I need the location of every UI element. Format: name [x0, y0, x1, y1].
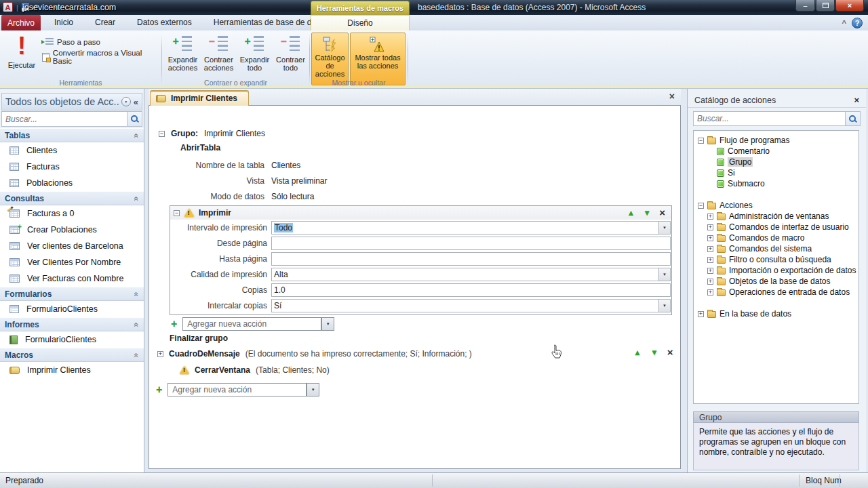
hasta-pagina-input[interactable] [271, 252, 671, 266]
tab-inicio[interactable]: Inicio [43, 15, 84, 30]
tree-item-comentario[interactable]: Comentario [696, 146, 856, 157]
nav-item-ver-clientes-por-nombre[interactable]: Ver Clientes Por Nombre [0, 254, 144, 270]
nav-item-informe-formulario-clientes[interactable]: FormularioClientes [0, 331, 144, 348]
nav-section-formularios[interactable]: Formularios « [0, 287, 144, 301]
access-app-icon[interactable]: A [3, 2, 13, 12]
calidad-impresion-combo[interactable]: Alta ▼ [271, 268, 671, 281]
catalogo-acciones-toggle-active[interactable]: Catálogo de acciones [311, 33, 349, 85]
move-up-icon[interactable]: ▲ [633, 348, 642, 357]
abrirtabla-action-title[interactable]: AbrirTabla [180, 143, 220, 152]
tree-item-grupo-selected[interactable]: Grupo [696, 157, 856, 167]
contraer-todo-button[interactable]: − Contraer todo [273, 33, 308, 85]
document-tab-imprimir-clientes[interactable]: Imprimir Clientes [150, 90, 249, 106]
dropdown-icon[interactable]: ▼ [321, 317, 334, 331]
contraer-acciones-button[interactable]: − Contraer acciones [201, 33, 236, 85]
expand-node-icon[interactable] [707, 235, 713, 241]
tree-node-comandos-interfaz[interactable]: Comandos de interfaz de usuario [696, 222, 856, 232]
collapse-action-icon[interactable] [174, 210, 180, 216]
catalog-search-button[interactable] [846, 111, 861, 126]
tab-diseno-active[interactable]: Diseño [311, 15, 410, 30]
convertir-macros-button[interactable]: Convertir macros a Visual Basic [42, 51, 161, 63]
delete-action-icon[interactable]: × [667, 348, 673, 357]
nav-search-input[interactable] [1, 111, 127, 127]
section-collapse-icon[interactable]: « [132, 352, 142, 357]
dropdown-icon[interactable]: ▼ [658, 222, 670, 234]
expand-node-icon[interactable] [698, 311, 704, 317]
delete-action-icon[interactable]: × [659, 208, 665, 218]
nav-item-facturas[interactable]: Facturas [0, 159, 144, 175]
group-header-row[interactable]: Grupo: Imprimir Clientes [159, 129, 265, 138]
expand-node-icon[interactable] [707, 268, 713, 274]
add-new-action-combo[interactable]: Agregar nueva acción ▼ [182, 317, 321, 331]
cerrarventana-action-row[interactable]: CerrarVentana (Tabla; Clientes; No) [180, 365, 330, 375]
catalog-close-icon[interactable]: × [854, 96, 859, 105]
tree-node-flujo[interactable]: Flujo de programas [696, 135, 856, 146]
nav-item-imprimir-clientes-macro[interactable]: Imprimir Clientes [0, 362, 144, 378]
tree-node-en-base-datos[interactable]: En la base de datos [696, 308, 856, 319]
collapse-ribbon-icon[interactable]: ^ [842, 19, 846, 27]
mostrar-todas-toggle-active[interactable]: Mostrar todas las acciones [350, 33, 406, 85]
copias-input[interactable]: 1.0 [271, 283, 671, 297]
add-new-action-combo[interactable]: Agregar nueva acción ▼ [167, 383, 307, 396]
nav-item-ver-clientes-barcelona[interactable]: Ver clientes de Barcelona [0, 238, 144, 254]
expand-node-icon[interactable] [707, 246, 713, 252]
paso-a-paso-button[interactable]: Paso a paso [42, 36, 100, 48]
nav-item-formulario-clientes[interactable]: FormularioClientes [0, 301, 144, 317]
intercalar-copias-combo[interactable]: Sí ▼ [271, 299, 671, 312]
imprimir-action-block-selected[interactable]: Imprimir ▲ ▼ × Intervalo de impresión To… [170, 205, 672, 315]
tree-node-objetos-base-datos[interactable]: Objetos de la base de datos [696, 276, 856, 287]
desde-pagina-input[interactable] [271, 237, 671, 250]
nav-section-informes[interactable]: Informes « [0, 317, 144, 331]
tree-item-si[interactable]: Si [696, 167, 856, 178]
nav-item-facturas-a-0[interactable]: Facturas a 0 [0, 205, 144, 222]
close-button[interactable]: × [835, 0, 864, 12]
tab-archivo[interactable]: Archivo [1, 15, 41, 30]
section-collapse-icon[interactable]: « [132, 322, 142, 327]
nav-section-tablas[interactable]: Tablas « [0, 128, 144, 142]
tree-node-acciones[interactable]: Acciones [696, 200, 856, 211]
tree-node-comandos-macro[interactable]: Comandos de macro [696, 232, 856, 243]
expand-node-icon[interactable] [707, 257, 713, 263]
nav-item-crear-poblaciones[interactable]: + Crear Poblaciones [0, 222, 144, 238]
tree-item-submacro[interactable]: Submacro [696, 178, 856, 189]
collapse-group-icon[interactable] [159, 131, 165, 137]
tree-node-importacion-exportacion[interactable]: Importación o exportación de datos [696, 265, 856, 276]
nav-search-button[interactable] [127, 111, 142, 127]
expand-node-icon[interactable] [707, 224, 713, 230]
tree-node-filtro-consulta[interactable]: Filtro o consulta o búsqueda [696, 254, 856, 265]
collapse-node-icon[interactable] [698, 138, 704, 144]
expand-node-icon[interactable] [707, 289, 713, 296]
minimize-button[interactable]: – [795, 0, 815, 12]
dropdown-icon[interactable]: ▼ [307, 383, 319, 396]
nav-item-clientes[interactable]: Clientes [0, 142, 144, 159]
navigation-pane-header[interactable]: Todos los objetos de Acc... ▼ « [1, 93, 142, 110]
move-down-icon[interactable]: ▼ [650, 348, 658, 357]
move-down-icon[interactable]: ▼ [643, 209, 651, 217]
dropdown-icon[interactable]: ▼ [658, 300, 670, 312]
expandir-acciones-button[interactable]: + Expandir acciones [165, 33, 200, 85]
cuadrodemensaje-action-row[interactable]: CuadroDeMensaje (El documento se ha impr… [157, 349, 472, 359]
tab-crear[interactable]: Crear [84, 15, 126, 30]
tree-node-operaciones-entrada[interactable]: Operaciones de entrada de datos [696, 287, 856, 298]
dropdown-icon[interactable]: ▼ [658, 268, 670, 281]
expand-node-icon[interactable] [707, 279, 713, 285]
section-collapse-icon[interactable]: « [132, 133, 142, 138]
intervalo-impresion-combo[interactable]: Todo ▼ [271, 221, 671, 235]
tree-node-administracion-ventanas[interactable]: Administración de ventanas [696, 211, 856, 222]
expandir-todo-button[interactable]: + Expandir todo [237, 33, 272, 85]
expand-action-icon[interactable] [157, 351, 163, 357]
nav-section-macros[interactable]: Macros « [0, 348, 144, 362]
help-icon[interactable]: ? [852, 18, 863, 28]
section-collapse-icon[interactable]: « [132, 196, 142, 201]
section-collapse-icon[interactable]: « [132, 291, 142, 296]
expand-node-icon[interactable] [707, 214, 713, 220]
document-close-icon[interactable]: × [669, 91, 675, 102]
ejecutar-button[interactable]: ! Ejecutar [4, 33, 39, 76]
tree-node-comandos-sistema[interactable]: Comandos del sistema [696, 243, 856, 254]
nav-menu-dropdown-icon[interactable]: ▼ [121, 97, 131, 106]
move-up-icon[interactable]: ▲ [627, 209, 635, 217]
catalog-search-input[interactable] [693, 111, 846, 126]
add-action-plus-icon[interactable]: + [156, 384, 162, 395]
nav-section-consultas[interactable]: Consultas « [0, 191, 144, 205]
shutter-bar-close-icon[interactable]: « [134, 97, 138, 107]
